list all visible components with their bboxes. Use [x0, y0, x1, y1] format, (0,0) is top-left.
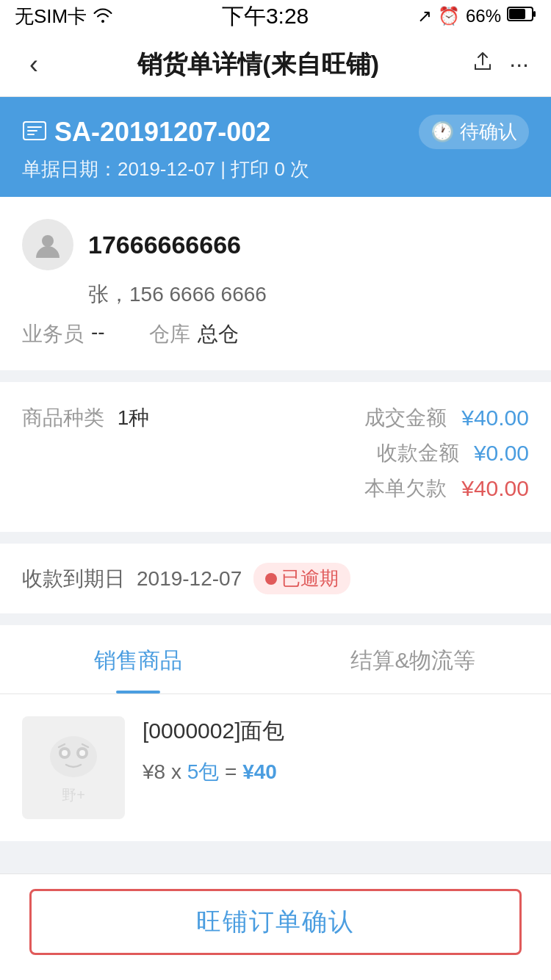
- svg-rect-1: [533, 11, 536, 17]
- battery-text: 66%: [466, 6, 501, 26]
- status-right: ↗ ⏰ 66%: [417, 6, 536, 26]
- back-button[interactable]: ‹: [22, 42, 46, 87]
- sales-label: 业务员: [22, 320, 84, 348]
- product-item: 野+ [0000002]面包 ¥8 x 5包 = ¥40: [22, 716, 529, 819]
- customer-contact: 张，156 6666 6666: [22, 281, 529, 309]
- tabs-row: 销售商品 结算&物流等: [0, 625, 551, 694]
- owing-label: 本单欠款: [364, 475, 447, 502]
- svg-point-5: [50, 736, 97, 777]
- battery-icon: [507, 6, 536, 26]
- wifi-icon: [93, 5, 113, 28]
- summary-left: 商品种类 1种: [22, 404, 149, 432]
- alarm-icon: ⏰: [438, 6, 460, 26]
- order-id-text: SA-20191207-002: [54, 117, 270, 148]
- customer-avatar: [22, 219, 73, 270]
- product-thumb-logo: 野+: [44, 731, 103, 805]
- svg-point-4: [42, 235, 54, 247]
- order-status-text: 待确认: [460, 119, 517, 145]
- received-label: 收款金额: [377, 439, 459, 467]
- product-info: [0000002]面包 ¥8 x 5包 = ¥40: [143, 716, 529, 786]
- received-value: ¥0.00: [474, 441, 529, 466]
- amount-value: ¥40.00: [461, 406, 529, 430]
- sales-item: 业务员 --: [22, 320, 105, 348]
- due-value: 2019-12-07: [137, 567, 242, 591]
- confirm-order-button[interactable]: 旺铺订单确认: [29, 889, 522, 955]
- status-left: 无SIM卡: [15, 4, 113, 29]
- summary-right: 成交金额 ¥40.00 收款金额 ¥0.00 本单欠款 ¥40.00: [364, 404, 529, 510]
- tabs-section: 销售商品 结算&物流等 野+: [0, 625, 551, 841]
- order-status-badge: 🕐 待确认: [419, 115, 529, 149]
- share-button[interactable]: [471, 50, 494, 79]
- status-time: 下午3:28: [222, 1, 309, 32]
- received-row: 收款金额 ¥0.00: [364, 439, 529, 467]
- tab-sales-products[interactable]: 销售商品: [0, 625, 276, 693]
- owing-row: 本单欠款 ¥40.00: [364, 475, 529, 502]
- product-price: ¥8 x 5包 = ¥40: [143, 758, 529, 786]
- qty-text: 5包: [187, 760, 220, 783]
- category-label: 商品种类: [22, 406, 104, 429]
- more-button[interactable]: ···: [509, 51, 529, 78]
- status-bar: 无SIM卡 下午3:28 ↗ ⏰ 66%: [0, 0, 551, 32]
- warehouse-label: 仓库: [149, 320, 190, 348]
- order-header-top: SA-20191207-002 🕐 待确认: [22, 115, 529, 149]
- customer-section: 17666666666 张，156 6666 6666 业务员 -- 仓库 总仓: [0, 197, 551, 370]
- carrier-text: 无SIM卡: [15, 4, 87, 29]
- price-text: ¥8 x: [143, 760, 187, 783]
- warehouse-value: 总仓: [198, 320, 239, 348]
- category-value: 1种: [118, 406, 150, 429]
- order-date: 单据日期：2019-12-07 | 打印 0 次: [22, 156, 529, 182]
- overdue-dot-icon: [265, 573, 277, 585]
- order-header-card: SA-20191207-002 🕐 待确认 单据日期：2019-12-07 | …: [0, 97, 551, 197]
- clock-icon: 🕐: [431, 120, 454, 143]
- customer-phone: 17666666666: [88, 231, 241, 259]
- tab-settlement[interactable]: 结算&物流等: [276, 625, 551, 693]
- product-thumbnail: 野+: [22, 716, 125, 819]
- page-title: 销货单详情(来自旺铺): [46, 48, 471, 82]
- svg-point-9: [79, 750, 85, 756]
- nav-right-actions: ···: [471, 50, 529, 79]
- customer-meta: 业务员 -- 仓库 总仓: [22, 320, 529, 348]
- overdue-badge: 已逾期: [253, 563, 350, 594]
- order-icon: [22, 117, 47, 148]
- bottom-bar: 旺铺订单确认: [0, 873, 551, 980]
- order-id: SA-20191207-002: [22, 117, 270, 148]
- svg-point-8: [62, 750, 68, 756]
- svg-rect-2: [509, 9, 525, 19]
- total-text: ¥40: [242, 760, 277, 783]
- product-name: [0000002]面包: [143, 716, 529, 746]
- location-icon: ↗: [417, 6, 432, 26]
- due-section: 收款到期日 2019-12-07 已逾期: [0, 544, 551, 613]
- amount-label: 成交金额: [364, 404, 447, 432]
- customer-row: 17666666666: [22, 219, 529, 270]
- sales-value: --: [91, 320, 105, 348]
- amount-row: 成交金额 ¥40.00: [364, 404, 529, 432]
- due-label: 收款到期日: [22, 565, 125, 593]
- equals-text: =: [219, 760, 242, 783]
- owing-value: ¥40.00: [461, 476, 529, 501]
- product-section: 野+ [0000002]面包 ¥8 x 5包 = ¥40: [0, 694, 551, 841]
- nav-bar: ‹ 销货单详情(来自旺铺) ···: [0, 32, 551, 97]
- summary-section: 商品种类 1种 成交金额 ¥40.00 收款金额 ¥0.00 本单欠款 ¥40.…: [0, 382, 551, 532]
- warehouse-item: 仓库 总仓: [149, 320, 239, 348]
- overdue-text: 已逾期: [281, 566, 339, 591]
